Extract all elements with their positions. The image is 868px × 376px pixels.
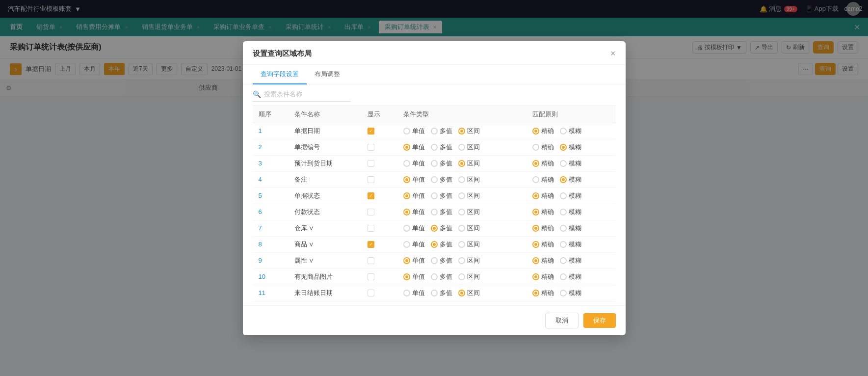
dialog-header: 设置查询区域布局 ×: [243, 41, 626, 65]
dialog-title: 设置查询区域布局: [253, 49, 312, 58]
tab-query-fields[interactable]: 查询字段设置: [253, 65, 307, 84]
dialog-tabs: 查询字段设置 布局调整: [243, 65, 626, 84]
search-icon: 🔍: [253, 90, 261, 97]
settings-dialog: 设置查询区域布局 × 查询字段设置 布局调整 🔍 顺序: [243, 41, 626, 97]
tab-layout-adjust[interactable]: 布局调整: [307, 65, 348, 84]
dialog-close-btn[interactable]: ×: [610, 49, 616, 58]
dialog-search-inner: 🔍: [253, 90, 351, 97]
modal-overlay: 设置查询区域布局 × 查询字段设置 布局调整 🔍 顺序: [0, 0, 868, 97]
condition-search-input[interactable]: [264, 90, 342, 97]
dialog-search-area: 🔍: [243, 84, 626, 97]
